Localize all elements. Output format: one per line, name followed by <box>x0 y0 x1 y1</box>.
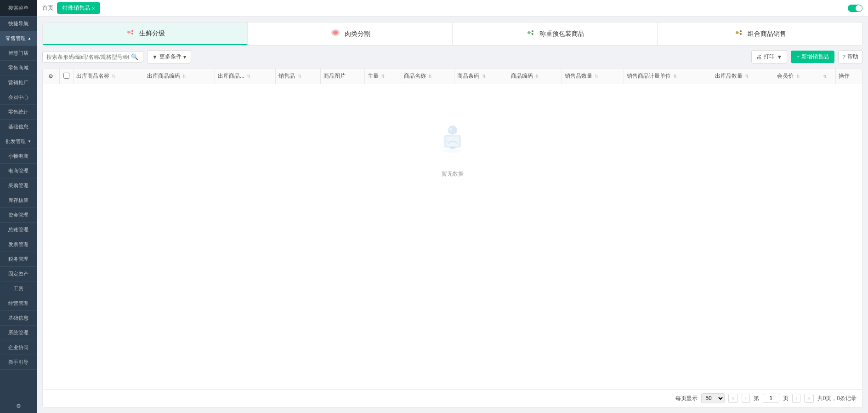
sidebar-item-label: 系统管理 <box>8 329 28 336</box>
svg-point-8 <box>532 30 533 32</box>
col-label: 商品条码 <box>457 73 479 79</box>
sidebar-settings[interactable]: ⚙ <box>0 399 37 413</box>
sidebar-item-quick-nav[interactable]: 快捷导航 <box>0 17 37 31</box>
sort-icon: ⇅ <box>745 74 749 79</box>
sidebar-item-accounting[interactable]: 总账管理 <box>0 223 37 237</box>
sidebar-item-mini-ecommerce[interactable]: 小畅电商 <box>0 149 37 164</box>
first-page-button[interactable]: « <box>728 394 738 403</box>
sort-icon: ⇅ <box>595 74 598 79</box>
tab-combo-sale[interactable]: 组合商品销售 <box>658 23 862 45</box>
sidebar-item-retail-mgmt[interactable]: 零售管理 ▲ <box>0 31 37 46</box>
tab-label: 特殊销售品 <box>62 4 90 12</box>
th-member-price[interactable]: 会员价 ⇅ <box>774 69 819 84</box>
svg-point-1 <box>131 30 133 32</box>
svg-point-14 <box>740 33 742 35</box>
sidebar-item-label: 电商管理 <box>8 167 28 174</box>
svg-point-12 <box>736 31 738 34</box>
sidebar-item-marketing[interactable]: 营销推广 <box>0 75 37 90</box>
sidebar-item-label: 基础信息 <box>8 315 28 321</box>
th-main-unit[interactable]: 主量 ⇅ <box>364 69 401 84</box>
th-sale-unit[interactable]: 销售商品计量单位 ⇅ <box>624 69 712 84</box>
toolbar: 🔍 ▼ 更多条件 ▾ 🖨 打印 ▼ + 新增销售品 ? 帮助 <box>42 50 862 63</box>
topbar: 首页 特殊销售品 × <box>37 0 868 17</box>
sidebar-item-label: 总账管理 <box>8 226 28 233</box>
tab-scale-pack[interactable]: 称重预包装商品 <box>453 23 658 45</box>
search-icon[interactable]: 🔍 <box>131 53 138 60</box>
col-label: 销售商品计量单位 <box>627 73 671 79</box>
active-tab[interactable]: 特殊销售品 × <box>57 2 100 14</box>
per-page-select[interactable]: 50 10 20 100 <box>701 393 725 403</box>
th-barcode[interactable]: 商品条码 ⇅ <box>454 69 508 84</box>
sidebar-item-retail-mall[interactable]: 零售商城 <box>0 61 37 75</box>
sidebar-item-system-mgmt[interactable]: 系统管理 <box>0 326 37 340</box>
sidebar-item-label: 工资 <box>13 285 23 292</box>
th-product-name[interactable]: 商品名称 ⇅ <box>401 69 454 84</box>
col-label: 操作 <box>839 73 850 79</box>
sidebar-item-label: 资金管理 <box>8 212 28 218</box>
th-out-name[interactable]: 出库商品名称 ⇅ <box>73 69 144 84</box>
th-checkbox[interactable] <box>59 69 73 84</box>
sidebar-item-finance-mgmt[interactable]: 资金管理 <box>0 208 37 223</box>
sidebar-item-label: 企业协同 <box>8 344 28 351</box>
tab-meat-cut[interactable]: 肉类分割 <box>248 23 453 45</box>
th-sale-item[interactable]: 销售品 ⇅ <box>276 69 321 84</box>
sidebar-item-wholesale-mgmt[interactable]: 批发管理 ▼ <box>0 134 37 149</box>
sidebar-item-invoice-mgmt[interactable]: 发票管理 <box>0 237 37 252</box>
col-label: 出库品数量 <box>715 73 743 79</box>
th-out-qty[interactable]: 出库品数量 ⇅ <box>712 69 774 84</box>
close-tab-icon[interactable]: × <box>92 6 95 11</box>
data-table: ⚙ 出库商品名称 ⇅ 出库商品编码 ⇅ <box>43 69 862 215</box>
col-label: 销售品数量 <box>565 73 592 79</box>
sidebar-item-tax-mgmt[interactable]: 税务管理 <box>0 252 37 267</box>
home-link[interactable]: 首页 <box>42 4 53 12</box>
th-extra: ⇅ <box>819 69 836 84</box>
th-out-code[interactable]: 出库商品编码 ⇅ <box>144 69 215 84</box>
th-sale-qty[interactable]: 销售品数量 ⇅ <box>562 69 624 84</box>
sidebar-item-business-mgmt[interactable]: 经营管理 <box>0 296 37 311</box>
sidebar-item-ecommerce-mgmt[interactable]: 电商管理 <box>0 164 37 178</box>
sidebar-item-label: 零售管理 <box>6 35 26 42</box>
help-button[interactable]: ? 帮助 <box>838 50 862 63</box>
select-all-checkbox[interactable] <box>63 73 69 79</box>
filter-icon: ▼ <box>152 54 158 60</box>
filter-arrow-icon: ▾ <box>183 54 186 60</box>
sidebar-item-basic-info2[interactable]: 基础信息 <box>0 311 37 326</box>
empty-state: 暂无数据 <box>43 84 862 215</box>
filter-button[interactable]: ▼ 更多条件 ▾ <box>147 50 191 63</box>
sort-icon: ⇅ <box>796 74 800 79</box>
sidebar-item-label: 营销推广 <box>8 79 28 86</box>
sidebar-item-enterprise[interactable]: 企业协同 <box>0 340 37 355</box>
print-icon: 🖨 <box>756 54 762 60</box>
sidebar-item-wages[interactable]: 工资 <box>0 281 37 296</box>
chevron-down-icon: ▲ <box>28 36 31 40</box>
sidebar-item-basic-info[interactable]: 基础信息 <box>0 120 37 134</box>
sidebar-item-label: 批发管理 <box>6 138 26 145</box>
last-page-button[interactable]: » <box>804 394 814 403</box>
sidebar-item-new-guide[interactable]: 新手引导 <box>0 355 37 370</box>
sidebar-item-purchase-mgmt[interactable]: 采购管理 <box>0 178 37 193</box>
toggle-switch[interactable] <box>848 5 862 12</box>
sidebar-item-member-center[interactable]: 会员中心 <box>0 90 37 105</box>
sidebar-item-inventory[interactable]: 库存核算 <box>0 193 37 208</box>
tab-fresh-grade[interactable]: 生鲜分级 <box>43 23 248 45</box>
prev-page-button[interactable]: ‹ <box>742 394 750 403</box>
sidebar-item-retail-stats[interactable]: 零售统计 <box>0 105 37 120</box>
search-box[interactable]: 🔍 <box>42 51 143 63</box>
sidebar-item-label: 小畅电商 <box>8 153 28 160</box>
th-settings[interactable]: ⚙ <box>43 69 59 84</box>
svg-point-7 <box>528 31 530 34</box>
next-page-button[interactable]: › <box>792 394 800 403</box>
sidebar-item-fixed-assets[interactable]: 固定资产 <box>0 267 37 281</box>
add-button[interactable]: + 新增销售品 <box>791 51 834 63</box>
page-input[interactable] <box>763 394 779 403</box>
sidebar-logo[interactable]: 搜索菜单 <box>0 0 37 17</box>
sidebar-item-label: 固定资产 <box>8 270 28 277</box>
th-product-code[interactable]: 商品编码 ⇅ <box>508 69 562 84</box>
main-area: 首页 特殊销售品 × 生鲜分级 <box>37 0 868 413</box>
col-label: 出库商品编码 <box>147 73 180 79</box>
print-button[interactable]: 🖨 打印 ▼ <box>751 50 787 63</box>
search-input[interactable] <box>46 54 129 60</box>
th-out-spec[interactable]: 出库商品... ⇅ <box>215 69 276 84</box>
sidebar-item-smart-store[interactable]: 智慧门店 <box>0 46 37 61</box>
sidebar-item-label: 会员中心 <box>8 94 28 101</box>
